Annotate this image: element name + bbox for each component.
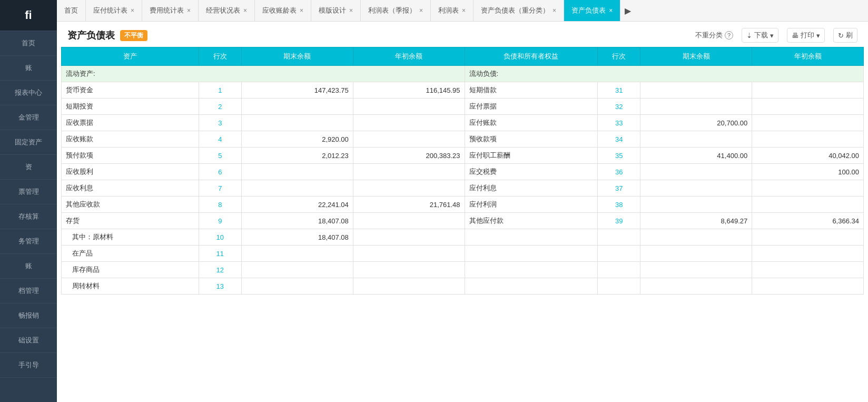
cell-liability [465, 246, 597, 262]
sidebar-item-invoice[interactable]: 票管理 [0, 180, 57, 204]
sidebar-item-affairs[interactable]: 务管理 [0, 229, 57, 254]
page-title: 资产负债表 [67, 29, 115, 42]
sidebar-item-fixed-assets[interactable]: 固定资产 [0, 130, 57, 155]
cell-end-balance2 [640, 197, 752, 213]
table-row: 应收利息 7 应付利息 37 [62, 180, 864, 197]
cell-begin-balance2: 40,042.00 [752, 148, 864, 164]
cell-row-number: 12 [199, 262, 241, 278]
sidebar-item-home[interactable]: 首页 [0, 31, 57, 56]
tab-close-profit-quarterly[interactable]: × [419, 7, 423, 14]
tab-balance-reclassify[interactable]: 资产负债表（重分类） × [474, 0, 564, 21]
unbalanced-badge: 不平衡 [120, 30, 147, 41]
sidebar-item-settings[interactable]: 础设置 [0, 328, 57, 353]
cell-row-number2: 35 [598, 148, 640, 164]
cell-row-number: 3 [199, 115, 241, 131]
cell-row-number: 1 [199, 82, 241, 99]
print-icon: 🖶 [792, 32, 798, 40]
sidebar-item-account[interactable]: 账 [0, 56, 57, 81]
print-chevron-icon: ▾ [816, 32, 820, 40]
cell-end-balance [242, 246, 353, 262]
cell-begin-balance2 [752, 115, 864, 131]
tab-close-payable-stats[interactable]: × [131, 7, 134, 14]
tab-payable-stats[interactable]: 应付统计表 × [86, 0, 142, 21]
table-row: 周转材料 13 [62, 278, 864, 295]
tab-close-receivable-aging[interactable]: × [300, 7, 303, 14]
tab-close-profit[interactable]: × [462, 7, 466, 14]
download-chevron-icon: ▾ [770, 32, 774, 40]
col-header-row: 行次 [199, 47, 241, 66]
sidebar-item-guide[interactable]: 手引导 [0, 353, 57, 378]
tab-profit-quarterly[interactable]: 利润表（季报） × [361, 0, 431, 21]
cell-begin-balance2 [752, 246, 864, 262]
cell-row-number2: 39 [598, 213, 640, 229]
cell-begin-balance: 21,761.48 [353, 197, 465, 213]
cell-liability: 应付利润 [465, 197, 597, 213]
sidebar-item-inventory[interactable]: 存核算 [0, 204, 57, 229]
cell-row-number2: 32 [598, 99, 640, 115]
cell-begin-balance2: 100.00 [752, 164, 864, 180]
cell-row-number: 2 [199, 99, 241, 115]
cell-row-number2 [598, 229, 640, 246]
sidebar-item-report-center[interactable]: 报表中心 [0, 81, 57, 105]
cell-end-balance2 [640, 246, 752, 262]
cell-begin-balance2 [752, 82, 864, 99]
col-header-end-balance: 期末余额 [242, 47, 353, 66]
table-row: 其他应收款 8 22,241.04 21,761.48 应付利润 38 [62, 197, 864, 213]
sidebar-item-capital[interactable]: 资 [0, 155, 57, 180]
print-button[interactable]: 🖶 打印 ▾ [787, 28, 825, 43]
tab-template-design[interactable]: 模版设计 × [311, 0, 361, 21]
cell-end-balance2 [640, 164, 752, 180]
cell-end-balance [242, 115, 353, 131]
cell-begin-balance [353, 164, 465, 180]
sidebar-item-expense[interactable]: 畅报销 [0, 303, 57, 328]
cell-begin-balance2 [752, 131, 864, 148]
balance-sheet-table: 资产 行次 期末余额 年初余额 负债和所有者权益 行次 期末余额 年初余额 流动… [61, 47, 864, 295]
tab-profit[interactable]: 利润表 × [431, 0, 474, 21]
cell-liability: 预收款项 [465, 131, 597, 148]
refresh-button[interactable]: ↻ 刷 [833, 28, 857, 43]
cell-begin-balance [353, 131, 465, 148]
help-icon[interactable]: ? [725, 31, 733, 40]
cell-begin-balance2 [752, 278, 864, 295]
sidebar-item-fund[interactable]: 金管理 [0, 105, 57, 130]
tab-scroll-right[interactable]: ▶ [620, 0, 635, 21]
tab-receivable-aging[interactable]: 应收账龄表 × [255, 0, 311, 21]
cell-asset: 库存商品 [62, 262, 199, 278]
cell-liability: 应交税费 [465, 164, 597, 180]
tab-close-expense-stats[interactable]: × [187, 7, 191, 14]
tab-operation-status[interactable]: 经营状况表 × [199, 0, 255, 21]
cell-asset: 其他应收款 [62, 197, 199, 213]
cell-end-balance [242, 180, 353, 197]
cell-row-number2: 33 [598, 115, 640, 131]
cell-begin-balance [353, 115, 465, 131]
cell-end-balance2 [640, 99, 752, 115]
cell-asset: 应收股利 [62, 164, 199, 180]
tab-close-balance[interactable]: × [609, 7, 613, 14]
col-header-row2: 行次 [598, 47, 640, 66]
cell-row-number2: 37 [598, 180, 640, 197]
tab-close-template-design[interactable]: × [349, 7, 353, 14]
cell-end-balance2 [640, 278, 752, 295]
cell-row-number: 6 [199, 164, 241, 180]
table-row: 其中：原材料 10 18,407.08 [62, 229, 864, 246]
cell-row-number2: 31 [598, 82, 640, 99]
cell-row-number: 11 [199, 246, 241, 262]
cell-asset: 其中：原材料 [62, 229, 199, 246]
page-header: 资产负债表 不平衡 不重分类 ? ⇣ 下载 ▾ 🖶 打印 ▾ ↻ 刷 [57, 22, 868, 47]
cell-row-number: 10 [199, 229, 241, 246]
sidebar-item-ledger[interactable]: 账 [0, 254, 57, 279]
tab-balance[interactable]: 资产负债表 × [564, 0, 620, 21]
refresh-icon: ↻ [838, 32, 844, 40]
download-icon: ⇣ [746, 32, 752, 40]
cell-asset: 在产品 [62, 246, 199, 262]
cell-asset: 货币资金 [62, 82, 199, 99]
cell-asset: 预付款项 [62, 148, 199, 164]
tab-close-balance-reclassify[interactable]: × [553, 7, 556, 14]
cell-row-number2: 36 [598, 164, 640, 180]
cell-row-number2 [598, 278, 640, 295]
sidebar-item-archive[interactable]: 档管理 [0, 279, 57, 303]
tab-home[interactable]: 首页 [57, 0, 86, 21]
tab-close-operation-status[interactable]: × [243, 7, 247, 14]
download-button[interactable]: ⇣ 下载 ▾ [742, 28, 778, 43]
tab-expense-stats[interactable]: 费用统计表 × [142, 0, 199, 21]
